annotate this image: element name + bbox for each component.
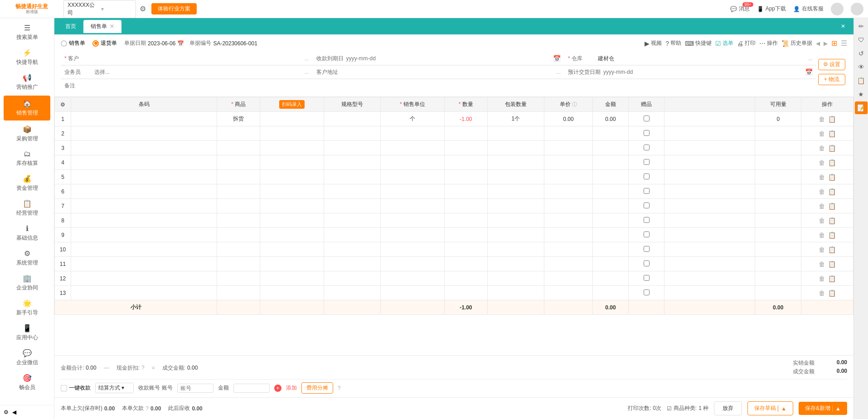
sidebar-item-enterprise[interactable]: 🏢 企业协同 <box>0 270 54 295</box>
cell-barcode[interactable] <box>71 184 217 199</box>
cell-amount[interactable] <box>592 213 628 228</box>
radio-return[interactable]: 退货单 <box>92 39 117 47</box>
cell-barcode[interactable] <box>71 228 217 242</box>
cell-amount[interactable] <box>592 228 628 242</box>
cell-pack-qty[interactable] <box>487 286 544 300</box>
cell-product[interactable] <box>217 170 260 184</box>
cell-barcode[interactable] <box>71 155 217 170</box>
cell-unit[interactable] <box>381 155 445 170</box>
cell-spec[interactable] <box>324 242 380 257</box>
message-item[interactable]: 💬 消息 99+ <box>730 5 750 13</box>
save-draft-caret[interactable]: ▲ <box>778 405 786 412</box>
cell-price[interactable] <box>544 242 593 257</box>
sidebar-item-guide[interactable]: 🌟 新手引导 <box>0 295 54 320</box>
sidebar-item-search[interactable]: ☰ 搜索菜单 <box>0 20 54 45</box>
cell-unit[interactable] <box>381 199 445 213</box>
cell-product[interactable]: 拆货 <box>217 112 260 126</box>
delete-row-button[interactable]: 🗑 <box>818 173 826 182</box>
delete-row-button[interactable]: 🗑 <box>818 115 826 124</box>
cell-gift[interactable] <box>629 213 664 228</box>
cell-pack-qty[interactable] <box>487 257 544 271</box>
cell-amount[interactable]: 0.00 <box>592 112 628 126</box>
delete-row-button[interactable]: 🗑 <box>818 158 826 167</box>
cell-barcode[interactable] <box>71 242 217 257</box>
online-service-item[interactable]: 👤 在线客服 <box>793 5 824 13</box>
settings-icon[interactable]: ⚙ <box>140 5 146 13</box>
cell-spec[interactable] <box>324 199 380 213</box>
toolbar-help[interactable]: ? 帮助 <box>665 39 681 47</box>
note-input[interactable] <box>94 82 813 90</box>
trial-button[interactable]: 体验行业方案 <box>151 3 197 14</box>
float-icon-eye[interactable]: 👁 <box>855 61 868 73</box>
sidebar-item-wechat[interactable]: 💬 企业微信 <box>0 345 54 370</box>
cell-price[interactable] <box>544 141 593 155</box>
cell-price[interactable] <box>544 257 593 271</box>
cell-product[interactable] <box>217 271 260 286</box>
toolbar-operate[interactable]: ⋯ 操作 <box>759 39 778 47</box>
cell-amount[interactable] <box>592 155 628 170</box>
cell-spec[interactable] <box>324 155 380 170</box>
cell-pack-qty[interactable] <box>487 271 544 286</box>
cell-unit[interactable] <box>381 213 445 228</box>
payment-amount-input[interactable] <box>233 384 270 393</box>
cell-pack-qty[interactable] <box>487 184 544 199</box>
sidebar-item-purchase[interactable]: 📦 采购管理 <box>0 121 54 146</box>
copy-row-button[interactable]: 📋 <box>827 202 837 211</box>
cell-qty[interactable] <box>445 213 488 228</box>
copy-row-button[interactable]: 📋 <box>827 144 837 153</box>
cell-product[interactable] <box>217 213 260 228</box>
abandon-button[interactable]: 放弃 <box>714 401 742 415</box>
logistics-button[interactable]: + 物流 <box>818 74 845 85</box>
expected-date-input[interactable] <box>603 68 802 76</box>
copy-row-button[interactable]: 📋 <box>827 115 837 124</box>
cell-product[interactable] <box>217 286 260 300</box>
save-draft-button[interactable]: 保存草稿 ▲ <box>747 401 793 415</box>
cell-spec[interactable] <box>324 271 380 286</box>
due-date-input[interactable] <box>346 54 551 63</box>
cell-unit[interactable] <box>381 184 445 199</box>
copy-row-button[interactable]: 📋 <box>827 158 837 167</box>
cell-gift[interactable] <box>629 199 664 213</box>
copy-row-button[interactable]: 📋 <box>827 187 837 196</box>
cell-gift[interactable] <box>629 184 664 199</box>
cell-qty[interactable]: -1.00 <box>445 112 488 126</box>
copy-row-button[interactable]: 📋 <box>827 129 837 138</box>
customer-dots[interactable]: ... <box>305 55 309 62</box>
salesperson-input[interactable] <box>94 68 302 76</box>
cell-product[interactable] <box>217 199 260 213</box>
cell-spec[interactable] <box>324 286 380 300</box>
tab-bar-close[interactable]: ✕ <box>836 23 850 29</box>
cell-amount[interactable] <box>592 286 628 300</box>
tab-close-icon[interactable]: ✕ <box>110 23 114 29</box>
toolbar-video[interactable]: ▶ 视频 <box>645 39 662 47</box>
cell-barcode[interactable] <box>71 213 217 228</box>
sidebar-item-apps[interactable]: 📱 应用中心 <box>0 320 54 345</box>
save-new-caret[interactable]: ▲ <box>832 405 841 412</box>
expected-date-cal-icon[interactable]: 📅 <box>805 68 813 76</box>
cell-product[interactable] <box>217 126 260 141</box>
cell-price[interactable] <box>544 155 593 170</box>
cell-barcode[interactable] <box>71 257 217 271</box>
cell-amount[interactable] <box>592 126 628 141</box>
sidebar-item-quick-nav[interactable]: ⚡ 快捷导航 <box>0 45 54 70</box>
cell-spec[interactable] <box>324 228 380 242</box>
cell-qty[interactable] <box>445 257 488 271</box>
customer-address-input[interactable] <box>346 68 554 76</box>
cell-spec[interactable] <box>324 170 380 184</box>
delete-row-button[interactable]: 🗑 <box>818 289 826 298</box>
avatar-extra[interactable] <box>851 3 863 15</box>
sidebar-item-sales[interactable]: 🏠 销售管理 <box>4 96 50 120</box>
account-input[interactable] <box>177 384 213 393</box>
delete-row-button[interactable]: 🗑 <box>818 187 826 196</box>
cell-gift[interactable] <box>629 242 664 257</box>
cell-qty[interactable] <box>445 170 488 184</box>
cell-amount[interactable] <box>592 170 628 184</box>
cell-product[interactable] <box>217 184 260 199</box>
cell-gift[interactable] <box>629 126 664 141</box>
sidebar-item-operations[interactable]: 📋 经营管理 <box>0 196 54 221</box>
delete-row-button[interactable]: 🗑 <box>818 216 826 225</box>
th-settings[interactable]: ⚙ <box>55 97 71 112</box>
this-doc-total-icon[interactable]: ? <box>145 405 149 412</box>
cell-qty[interactable] <box>445 126 488 141</box>
cell-qty[interactable] <box>445 242 488 257</box>
